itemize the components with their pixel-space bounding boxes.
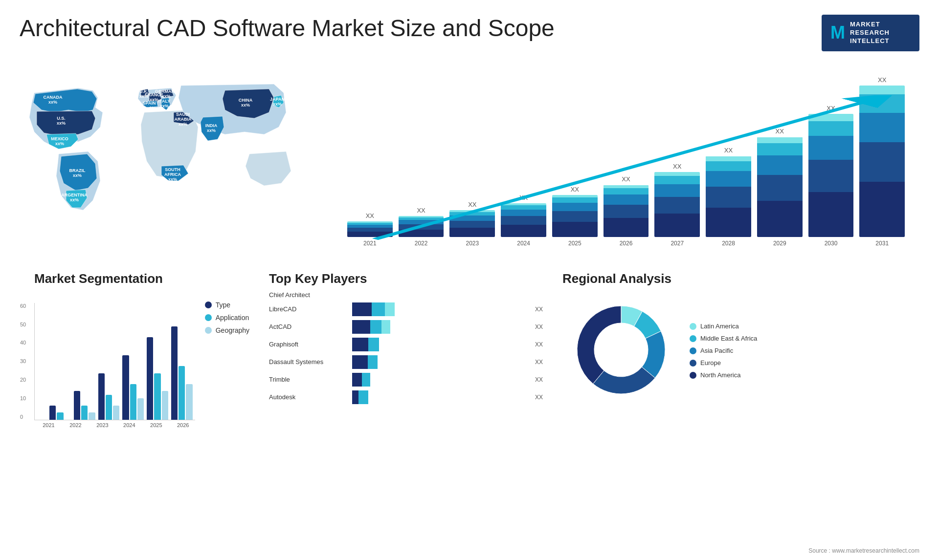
seg-group <box>171 326 193 420</box>
svg-text:xx%: xx% <box>179 122 187 127</box>
bar-segment <box>654 197 700 214</box>
bar-segment <box>449 212 495 215</box>
seg-bar <box>81 406 88 420</box>
player-bar-segment <box>372 302 385 316</box>
svg-text:JAPAN: JAPAN <box>270 97 285 102</box>
bar-segment <box>757 175 803 201</box>
bar-segment <box>604 188 649 194</box>
seg-bar <box>89 412 95 420</box>
seg-x-label: 2024 <box>117 422 141 428</box>
bottom-sections: Market Segmentation 6050403020100 202120… <box>15 266 924 560</box>
bar-year-label: 2024 <box>517 240 530 247</box>
player-name: Autodesk <box>269 393 347 401</box>
chart-section: XX2021XX2022XX2023XX2024XX2025XX2026XX20… <box>328 56 924 266</box>
player-bar-track <box>352 338 527 351</box>
svg-text:CANADA: CANADA <box>44 95 63 100</box>
players-title: Top Key Players <box>269 271 543 286</box>
regional-dot <box>690 372 696 379</box>
player-bar-track <box>352 390 527 404</box>
regional-legend-label: Europe <box>700 359 721 366</box>
seg-bar <box>74 391 80 420</box>
svg-text:xx%: xx% <box>145 106 154 110</box>
bar-year-label: 2031 <box>875 240 889 247</box>
seg-bar <box>186 384 192 420</box>
seg-y-axis: 6050403020100 <box>20 303 26 420</box>
bar-year-label: 2028 <box>722 240 735 247</box>
seg-bar <box>113 406 119 420</box>
bar-segment <box>859 94 905 113</box>
bar-segment <box>706 208 751 237</box>
bar-group: XX2031 <box>859 76 905 247</box>
header: Architectural CAD Software Market Size a… <box>0 0 939 56</box>
legend-label: Application <box>216 314 249 322</box>
stacked-bar <box>501 203 546 237</box>
bar-segment <box>808 136 854 160</box>
player-xx-label: XX <box>535 306 543 313</box>
svg-text:xx%: xx% <box>70 197 79 202</box>
bar-xx-label: XX <box>776 128 784 135</box>
bar-segment <box>859 113 905 142</box>
player-bar-segment <box>352 390 358 404</box>
svg-text:xx%: xx% <box>207 128 216 133</box>
bar-xx-label: XX <box>878 76 886 84</box>
bar-segment <box>859 86 905 94</box>
legend-item: Type <box>205 301 249 309</box>
player-bar-segment <box>385 302 395 316</box>
seg-bar <box>130 384 136 420</box>
seg-bar <box>98 373 105 420</box>
stacked-bar <box>399 216 444 237</box>
legend-item: Application <box>205 314 249 322</box>
regional-legend-item: Latin America <box>690 323 757 330</box>
svg-text:xx%: xx% <box>48 100 57 105</box>
bar-group: XX2022 <box>399 207 444 247</box>
regional-legend-item: North America <box>690 371 757 379</box>
regional-section: Regional Analysis Latin AmericaMiddle Ea… <box>553 271 915 560</box>
player-bar-segment <box>358 390 368 404</box>
player-bar-segment <box>368 355 378 369</box>
segmentation-section: Market Segmentation 6050403020100 202120… <box>24 271 259 560</box>
player-bar-segment <box>352 320 370 334</box>
bar-year-label: 2030 <box>825 240 838 247</box>
stacked-bar <box>859 86 905 237</box>
regional-title: Regional Analysis <box>562 271 905 286</box>
player-name: Chief Architect <box>269 291 347 299</box>
seg-chart-area: 6050403020100 202120222023202420252026 T… <box>34 291 249 428</box>
player-bar-segment <box>368 338 379 351</box>
bar-segment <box>449 215 495 221</box>
bar-segment <box>654 214 700 237</box>
seg-bar <box>171 326 178 420</box>
svg-text:GERMANY: GERMANY <box>155 89 178 94</box>
bar-year-label: 2021 <box>363 240 377 247</box>
player-name: Graphisoft <box>269 341 347 348</box>
bar-segment <box>399 220 444 224</box>
bar-segment <box>604 218 649 237</box>
bar-year-label: 2025 <box>568 240 581 247</box>
player-bar-segment <box>352 373 362 387</box>
svg-text:SAUDI: SAUDI <box>176 112 190 117</box>
player-row: ActCADXX <box>269 320 543 334</box>
seg-x-label: 2026 <box>171 422 195 428</box>
bar-segment <box>706 171 751 187</box>
legend-item: Geography <box>205 326 249 334</box>
legend-dot <box>205 327 212 334</box>
world-map: CANADA xx% U.S. xx% MEXICO xx% BRAZIL xx… <box>20 61 323 261</box>
bar-group: XX2029 <box>757 128 803 247</box>
segmentation-title: Market Segmentation <box>34 271 249 286</box>
seg-y-label: 40 <box>20 340 26 345</box>
seg-bar <box>122 355 129 420</box>
seg-y-label: 10 <box>20 395 26 401</box>
bar-segment <box>808 114 854 121</box>
bar-segment <box>859 142 905 182</box>
bar-group: XX2030 <box>808 105 854 247</box>
svg-text:ARABIA: ARABIA <box>175 117 192 122</box>
seg-group <box>122 355 144 420</box>
bar-xx-label: XX <box>366 212 374 219</box>
regional-legend-label: Latin America <box>700 323 739 330</box>
legend-label: Geography <box>216 326 249 334</box>
player-name: ActCAD <box>269 323 347 330</box>
regional-dot <box>690 360 696 366</box>
player-row: TrimbleXX <box>269 373 543 387</box>
legend-dot <box>205 314 212 321</box>
regional-legend-label: North America <box>700 371 740 379</box>
bar-segment <box>757 201 803 237</box>
